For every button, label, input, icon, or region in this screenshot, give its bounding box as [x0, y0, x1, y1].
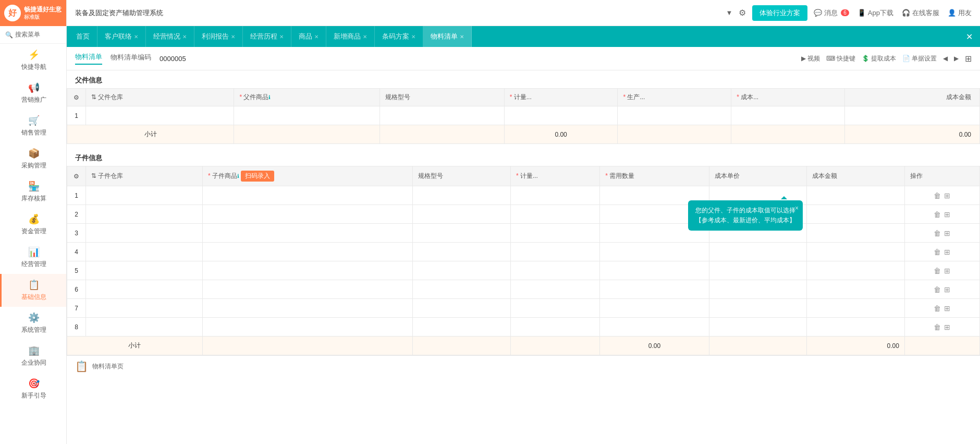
sidebar-item-sales[interactable]: 🛒 销售管理 — [0, 110, 66, 142]
child-amount-5[interactable] — [807, 261, 905, 280]
child-amount-6[interactable] — [807, 280, 905, 299]
child-warehouse-5[interactable] — [86, 261, 203, 280]
child-product-2[interactable] — [202, 205, 412, 224]
parent-cost-1[interactable] — [731, 106, 845, 125]
search-menu[interactable]: 🔍 搜索菜单 — [0, 26, 66, 44]
child-amount-4[interactable] — [807, 243, 905, 261]
child-warehouse-1[interactable] — [86, 186, 203, 205]
tab-close-new-goods[interactable]: ✕ — [363, 34, 367, 40]
child-spec-6[interactable] — [413, 280, 511, 299]
page-tab-bom[interactable]: 物料清单 — [75, 52, 102, 65]
app-download-action[interactable]: 📱 App下载 — [858, 8, 893, 18]
parent-unit-1[interactable] — [504, 106, 618, 125]
sidebar-item-operations[interactable]: 📊 经营管理 — [0, 241, 66, 274]
child-unit-8[interactable] — [510, 318, 599, 337]
tab-close-operations[interactable]: ✕ — [182, 34, 187, 40]
nav-tab-customer[interactable]: 客户联络 ✕ — [97, 26, 146, 47]
sidebar-item-inventory[interactable]: 🏪 库存核算 — [0, 175, 66, 208]
copy-icon-7[interactable]: ⊞ — [944, 304, 950, 313]
child-spec-2[interactable] — [413, 205, 511, 224]
delete-icon-4[interactable]: 🗑 — [934, 248, 941, 256]
parent-product-1[interactable] — [234, 106, 380, 125]
topbar-dropdown-icon[interactable]: ▼ — [726, 9, 732, 17]
sidebar-item-enterprise[interactable]: 🏢 企业协同 — [0, 340, 66, 373]
nav-tab-operations[interactable]: 经营情况 ✕ — [146, 26, 194, 47]
trial-button[interactable]: 体验行业方案 — [752, 5, 807, 21]
child-unit-4[interactable] — [510, 243, 599, 261]
child-warehouse-7[interactable] — [86, 299, 203, 318]
child-qty-6[interactable] — [600, 280, 709, 299]
action-cost[interactable]: 💲 提取成本 — [862, 54, 896, 63]
child-unit-cost-5[interactable] — [709, 261, 807, 280]
child-product-5[interactable] — [202, 261, 412, 280]
parent-warehouse-1[interactable] — [86, 106, 234, 125]
action-settings[interactable]: 📄 单据设置 — [902, 54, 937, 63]
sidebar-item-system[interactable]: ⚙️ 系统管理 — [0, 307, 66, 340]
nav-tab-goods[interactable]: 商品 ✕ — [291, 26, 326, 47]
child-unit-1[interactable] — [510, 186, 599, 205]
nav-tab-barcode[interactable]: 条码方案 ✕ — [375, 26, 423, 47]
page-tab-code[interactable]: 物料清单编码 — [111, 53, 151, 64]
sidebar-item-quick-nav[interactable]: ⚡ 快捷导航 — [0, 44, 66, 77]
parent-col-gear[interactable]: ⚙ — [67, 89, 86, 106]
child-unit-cost-4[interactable] — [709, 243, 807, 261]
child-col-gear[interactable]: ⚙ — [67, 166, 86, 186]
copy-icon-4[interactable]: ⊞ — [944, 248, 950, 256]
child-unit-7[interactable] — [510, 299, 599, 318]
tab-close-goods[interactable]: ✕ — [314, 34, 318, 40]
child-product-8[interactable] — [202, 318, 412, 337]
close-all-tabs[interactable]: ✕ — [961, 32, 978, 42]
child-product-7[interactable] — [202, 299, 412, 318]
child-warehouse-4[interactable] — [86, 243, 203, 261]
child-spec-1[interactable] — [413, 186, 511, 205]
child-qty-7[interactable] — [600, 299, 709, 318]
action-video[interactable]: ▶ 视频 — [801, 54, 820, 63]
copy-icon-5[interactable]: ⊞ — [944, 267, 950, 275]
topbar-gear-icon[interactable]: ⚙ — [739, 8, 746, 18]
copy-icon-1[interactable]: ⊞ — [944, 191, 950, 200]
delete-icon-1[interactable]: 🗑 — [934, 191, 941, 200]
child-amount-2[interactable] — [807, 205, 905, 224]
user-action[interactable]: 👤 用友 — [948, 8, 972, 18]
tab-close-customer[interactable]: ✕ — [134, 34, 138, 40]
child-amount-1[interactable] — [807, 186, 905, 205]
delete-icon-7[interactable]: 🗑 — [934, 304, 941, 313]
copy-icon-2[interactable]: ⊞ — [944, 210, 950, 219]
child-warehouse-6[interactable] — [86, 280, 203, 299]
delete-icon-8[interactable]: 🗑 — [934, 323, 941, 331]
tab-close-history[interactable]: ✕ — [279, 34, 284, 40]
child-qty-4[interactable] — [600, 243, 709, 261]
child-unit-5[interactable] — [510, 261, 599, 280]
tab-close-bom[interactable]: ✕ — [460, 34, 464, 40]
nav-tab-home[interactable]: 首页 — [69, 26, 97, 47]
child-spec-7[interactable] — [413, 299, 511, 318]
sidebar-item-guide[interactable]: 🎯 新手引导 — [0, 373, 66, 405]
delete-icon-5[interactable]: 🗑 — [934, 267, 941, 275]
nav-tab-profit[interactable]: 利润报告 ✕ — [194, 26, 243, 47]
child-product-1[interactable] — [202, 186, 412, 205]
child-unit-2[interactable] — [510, 205, 599, 224]
child-unit-cost-6[interactable] — [709, 280, 807, 299]
copy-icon-3[interactable]: ⊞ — [944, 229, 950, 237]
tab-close-profit[interactable]: ✕ — [231, 34, 235, 40]
child-qty-5[interactable] — [600, 261, 709, 280]
action-hotkey[interactable]: ⌨ 快捷键 — [826, 54, 855, 63]
child-spec-8[interactable] — [413, 318, 511, 337]
sidebar-item-marketing[interactable]: 📢 营销推广 — [0, 77, 66, 110]
child-spec-4[interactable] — [413, 243, 511, 261]
copy-icon-6[interactable]: ⊞ — [944, 285, 950, 294]
child-amount-7[interactable] — [807, 299, 905, 318]
nav-tab-new-goods[interactable]: 新增商品 ✕ — [326, 26, 375, 47]
parent-spec-1[interactable] — [380, 106, 504, 125]
parent-prod-1[interactable] — [618, 106, 731, 125]
child-product-3[interactable] — [202, 224, 412, 243]
sidebar-item-purchase[interactable]: 📦 采购管理 — [0, 142, 66, 175]
delete-icon-3[interactable]: 🗑 — [934, 229, 941, 237]
nav-left-icon[interactable]: ◀ — [943, 55, 948, 62]
child-unit-3[interactable] — [510, 224, 599, 243]
child-unit-cost-8[interactable] — [709, 318, 807, 337]
child-spec-5[interactable] — [413, 261, 511, 280]
child-amount-8[interactable] — [807, 318, 905, 337]
child-warehouse-3[interactable] — [86, 224, 203, 243]
child-spec-3[interactable] — [413, 224, 511, 243]
